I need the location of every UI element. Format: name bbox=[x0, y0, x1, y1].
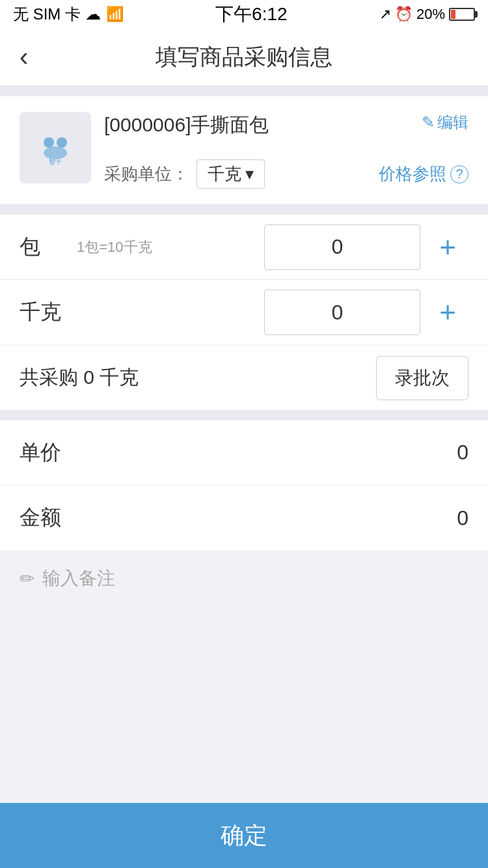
confirm-button[interactable]: 确定 bbox=[0, 803, 488, 868]
unit-row: 采购单位： 千克 ▾ bbox=[104, 159, 265, 189]
product-image: 智十 bbox=[20, 112, 91, 183]
section-separator-2 bbox=[0, 204, 488, 215]
sim-label: 无 SIM 卡 ☁ bbox=[13, 4, 101, 25]
amount-value: 0 bbox=[457, 506, 468, 530]
product-info: [0000006]手撕面包 ✎ 编辑 采购单位： 千克 ▾ 价格参照 ? bbox=[104, 112, 468, 189]
section-separator-1 bbox=[0, 86, 488, 96]
package-input[interactable] bbox=[264, 224, 420, 270]
kg-plus-button[interactable]: + bbox=[427, 292, 468, 333]
package-label: 包 bbox=[20, 233, 72, 262]
total-label: 共采购 0 千克 bbox=[20, 364, 139, 391]
battery-icon bbox=[449, 8, 475, 21]
kg-row: 千克 + bbox=[0, 280, 488, 345]
svg-point-0 bbox=[44, 137, 54, 148]
pencil-icon: ✏ bbox=[20, 568, 34, 590]
svg-point-1 bbox=[57, 137, 67, 148]
status-right: ↗ ⏰ 20% bbox=[379, 6, 475, 23]
product-card: 智十 [0000006]手撕面包 ✎ 编辑 采购单位： 千克 ▾ 价格参照 ? bbox=[0, 96, 488, 204]
price-section: 单价 0 金额 0 bbox=[0, 420, 488, 550]
bottom-space bbox=[0, 606, 488, 802]
kg-input[interactable] bbox=[264, 290, 420, 335]
package-plus-button[interactable]: + bbox=[427, 226, 468, 268]
product-name: [0000006]手撕面包 bbox=[104, 112, 269, 139]
svg-text:智十: 智十 bbox=[49, 158, 62, 165]
price-ref-button[interactable]: 价格参照 ? bbox=[379, 163, 468, 185]
status-time: 下午6:12 bbox=[215, 2, 288, 27]
location-icon: ↗ bbox=[379, 6, 391, 23]
kg-label: 千克 bbox=[20, 298, 72, 327]
amount-label: 金额 bbox=[20, 504, 61, 532]
price-row: 单价 0 bbox=[0, 420, 488, 485]
price-label: 单价 bbox=[20, 439, 61, 467]
svg-point-2 bbox=[44, 146, 67, 159]
help-icon: ? bbox=[450, 165, 468, 183]
status-bar: 无 SIM 卡 ☁ 📶 下午6:12 ↗ ⏰ 20% bbox=[0, 0, 488, 29]
remark-placeholder: 输入备注 bbox=[42, 566, 115, 591]
input-section: 包 1包=10千克 + 千克 + bbox=[0, 215, 488, 345]
section-separator-3 bbox=[0, 410, 488, 420]
unit-dropdown[interactable]: 千克 ▾ bbox=[197, 159, 265, 189]
edit-button[interactable]: ✎ 编辑 bbox=[422, 112, 468, 133]
batch-button[interactable]: 录批次 bbox=[376, 356, 468, 400]
back-button[interactable]: ‹ bbox=[13, 36, 34, 78]
package-sublabel: 1包=10千克 bbox=[77, 237, 152, 257]
wifi-icon: 📶 bbox=[106, 6, 124, 23]
unit-label: 采购单位： bbox=[104, 163, 189, 185]
edit-icon: ✎ bbox=[422, 113, 435, 131]
total-row: 共采购 0 千克 录批次 bbox=[0, 345, 488, 410]
amount-row: 金额 0 bbox=[0, 485, 488, 550]
page-title: 填写商品采购信息 bbox=[156, 42, 332, 72]
price-value: 0 bbox=[457, 441, 468, 465]
alarm-icon: ⏰ bbox=[395, 6, 413, 23]
battery-percent: 20% bbox=[416, 6, 445, 23]
nav-bar: ‹ 填写商品采购信息 bbox=[0, 29, 488, 86]
status-left: 无 SIM 卡 ☁ 📶 bbox=[13, 4, 124, 25]
package-row: 包 1包=10千克 + bbox=[0, 215, 488, 280]
remark-section[interactable]: ✏ 输入备注 bbox=[0, 550, 488, 606]
dropdown-arrow-icon: ▾ bbox=[245, 164, 254, 184]
